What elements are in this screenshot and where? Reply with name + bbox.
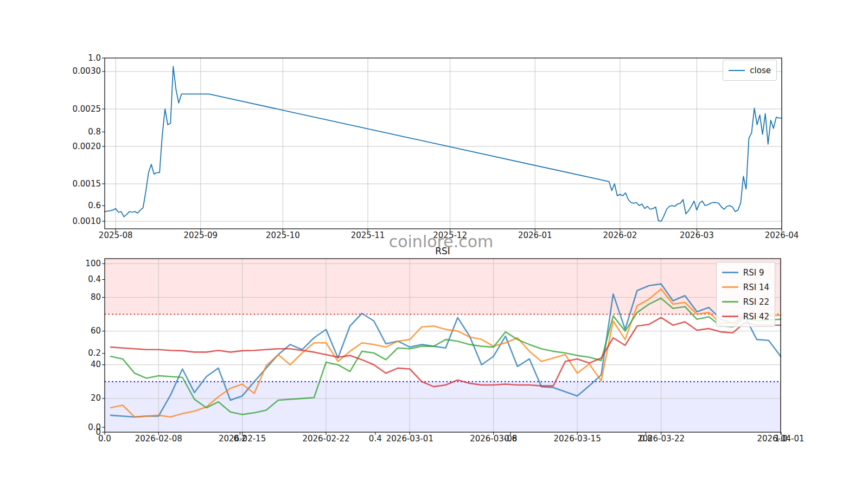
legend-item-rsi14: RSI 14	[722, 280, 769, 294]
rsi14-legend-label: RSI 14	[743, 282, 769, 292]
twin-y-label: 1.0	[88, 53, 101, 63]
svg-text:2026-04: 2026-04	[765, 230, 799, 240]
rsi-bands	[105, 259, 781, 432]
rsi22-line-swatch	[722, 301, 738, 303]
twin-x-label: 0.8	[640, 434, 653, 444]
twin-y-label: 0.4	[88, 274, 101, 284]
svg-text:60: 60	[91, 326, 101, 336]
rsi42-line-swatch	[722, 316, 738, 317]
overbought-band	[105, 259, 781, 314]
svg-text:2026-03-01: 2026-03-01	[386, 434, 433, 444]
svg-text:2026-02-08: 2026-02-08	[135, 434, 182, 444]
svg-text:20: 20	[91, 393, 101, 403]
rsi-legend[interactable]: RSI 9 RSI 14 RSI 22 RSI 42	[716, 262, 775, 327]
twin-y-label: 0.6	[88, 201, 101, 210]
legend-item-rsi9: RSI 9	[722, 265, 769, 280]
twin-x-label: 0.2	[233, 434, 246, 444]
rsi9-line-swatch	[722, 272, 738, 273]
twin-x-label: 0.6	[504, 434, 517, 444]
twin-x-label: 0.4	[369, 434, 382, 444]
svg-text:2025-11: 2025-11	[351, 230, 385, 240]
rsi-42-line	[111, 318, 781, 387]
svg-text:0.0030: 0.0030	[73, 66, 101, 76]
svg-text:80: 80	[91, 292, 101, 302]
svg-text:2025-08: 2025-08	[99, 230, 133, 240]
svg-text:2026-03: 2026-03	[680, 230, 714, 240]
svg-text:2025-09: 2025-09	[183, 230, 218, 240]
twin-y-label: 0.0	[88, 422, 101, 432]
svg-text:2026-01: 2026-01	[518, 230, 552, 240]
twin-x-label: 0.0	[98, 434, 111, 444]
rsi-chart-title: RSI	[435, 246, 450, 256]
svg-text:2026-03-15: 2026-03-15	[554, 434, 601, 444]
rsi9-legend-label: RSI 9	[743, 268, 764, 278]
rsi22-legend-label: RSI 22	[743, 297, 769, 307]
twin-x-label: 1.0	[775, 434, 788, 444]
svg-text:0.0015: 0.0015	[73, 179, 101, 189]
twin-y-label: 0.8	[88, 127, 101, 137]
svg-text:0.0025: 0.0025	[73, 104, 101, 114]
price-chart-lines	[105, 66, 782, 221]
rsi14-line-swatch	[722, 286, 738, 288]
svg-text:0.0020: 0.0020	[73, 142, 101, 151]
svg-text:100: 100	[85, 259, 101, 268]
close-legend[interactable]: close	[723, 60, 777, 81]
svg-text:0.0010: 0.0010	[73, 216, 101, 226]
close-line-swatch	[729, 70, 745, 71]
svg-text:40: 40	[91, 359, 101, 369]
twin-y-label: 0.2	[88, 348, 101, 358]
close-legend-label: close	[750, 66, 771, 75]
legend-item-close: close	[729, 63, 771, 78]
svg-text:2026-02: 2026-02	[603, 230, 637, 240]
close-line	[105, 66, 782, 221]
legend-item-rsi22: RSI 22	[722, 294, 769, 309]
figure-root: 2025-082025-092025-102025-112025-122026-…	[0, 0, 868, 488]
legend-item-rsi42: RSI 42	[722, 309, 769, 324]
svg-text:2025-10: 2025-10	[266, 230, 300, 240]
rsi42-legend-label: RSI 42	[743, 312, 769, 322]
svg-text:2026-02-22: 2026-02-22	[302, 434, 349, 444]
